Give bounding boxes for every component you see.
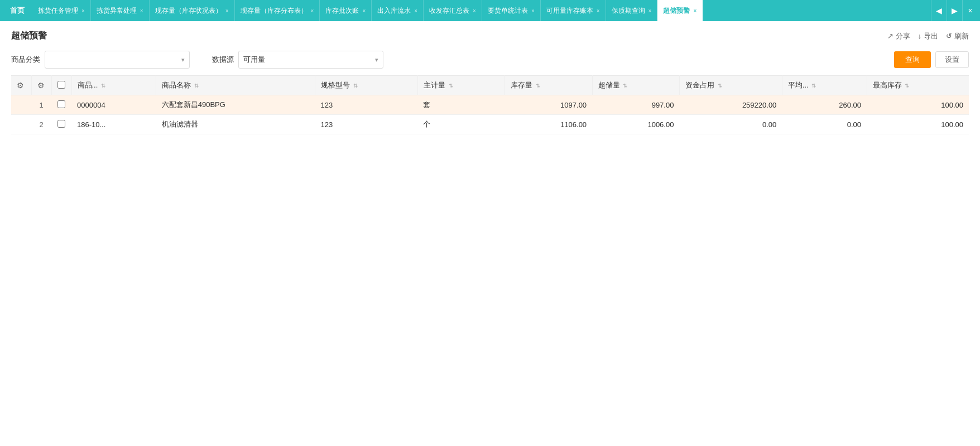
row-product-name: 机油滤清器 [156, 115, 315, 134]
row-product-name: 六配套新昌490BPG [156, 95, 315, 115]
export-label: 导出 [924, 31, 938, 41]
data-source-label: 数据源 [212, 55, 234, 65]
nav-prev-button[interactable]: ◀ [931, 0, 947, 21]
col-header-stock: 库存量 ⇅ [505, 76, 592, 95]
table-row: 1 0000004 六配套新昌490BPG 123 套 1097.00 997.… [11, 95, 969, 115]
sort-icon-capital[interactable]: ⇅ [718, 83, 722, 89]
tab-close-icon[interactable]: × [140, 8, 143, 14]
tab-label: 拣货异常处理 [97, 6, 137, 16]
chevron-down-icon-2: ▾ [375, 56, 378, 64]
page-title: 超储预警 [11, 30, 47, 42]
sort-icon-spec[interactable]: ⇅ [353, 83, 358, 89]
filter-row-1: 商品分类 ▾ 数据源 可用量 ▾ 查询 设置 [11, 51, 969, 69]
sort-icon-product-code[interactable]: ⇅ [101, 83, 105, 89]
sort-icon-overstock[interactable]: ⇅ [623, 83, 627, 89]
row-number: 2 [31, 115, 51, 134]
tab-close-icon[interactable]: × [473, 8, 476, 14]
sort-icon-max-stock[interactable]: ⇅ [905, 83, 909, 89]
data-source-filter: 数据源 可用量 ▾ [212, 51, 383, 69]
nav-tab-tab-1[interactable]: 拣货任务管理× [32, 0, 91, 21]
gear-icon[interactable]: ⚙ [17, 81, 24, 90]
nav-home[interactable]: 首页 [2, 6, 32, 16]
row-unit: 套 [417, 95, 505, 115]
tab-close-icon[interactable]: × [311, 8, 314, 14]
nav-tab-tab-2[interactable]: 拣货异常处理× [91, 0, 150, 21]
nav-tab-tab-11[interactable]: 超储预警× [657, 0, 703, 21]
nav-tab-tab-10[interactable]: 保质期查询× [606, 0, 658, 21]
tab-label: 出入库流水 [377, 6, 411, 16]
chevron-down-icon: ▾ [181, 56, 185, 64]
product-category-label: 商品分类 [11, 55, 40, 65]
nav-tab-tab-9[interactable]: 可用量库存账本× [541, 0, 606, 21]
table-header: ⚙ ⚙ 商品... ⇅ 商品名称 ⇅ 规格型号 ⇅ [11, 76, 969, 95]
tab-close-icon[interactable]: × [414, 8, 417, 14]
nav-tab-tab-4[interactable]: 现存量（库存分布表）× [235, 0, 320, 21]
row-avg: 0.00 [782, 115, 867, 134]
sort-icon-stock[interactable]: ⇅ [536, 83, 540, 89]
row-overstock: 997.00 [592, 95, 679, 115]
tab-close-icon[interactable]: × [81, 8, 85, 14]
tab-label: 超储预警 [663, 6, 690, 16]
select-all-checkbox[interactable] [57, 81, 65, 89]
share-icon: ↗ [887, 32, 893, 40]
row-spec: 123 [315, 115, 418, 134]
export-button[interactable]: ↓ 导出 [918, 31, 939, 41]
tab-close-icon[interactable]: × [693, 8, 696, 14]
tab-label: 现存量（库存分布表） [241, 6, 308, 16]
gear-icon[interactable]: ⚙ [37, 81, 45, 90]
tab-close-icon[interactable]: × [648, 8, 652, 14]
product-category-select[interactable]: ▾ [45, 51, 190, 69]
row-checkbox[interactable] [57, 100, 65, 108]
row-capital: 259220.00 [679, 95, 782, 115]
table-row: 2 186-10... 机油滤清器 123 个 1106.00 1006.00 … [11, 115, 969, 134]
row-gear-cell [11, 95, 31, 115]
row-avg: 260.00 [782, 95, 867, 115]
col-header-overstock: 超储量 ⇅ [592, 76, 679, 95]
nav-tab-tab-7[interactable]: 收发存汇总表× [424, 0, 482, 21]
tab-close-icon[interactable]: × [531, 8, 535, 14]
nav-tab-tab-3[interactable]: 现存量（库存状况表）× [150, 0, 235, 21]
settings-button[interactable]: 设置 [935, 51, 969, 68]
table-header-row: ⚙ ⚙ 商品... ⇅ 商品名称 ⇅ 规格型号 ⇅ [11, 76, 969, 95]
sort-icon-product-name[interactable]: ⇅ [194, 83, 199, 89]
share-label: 分享 [896, 31, 910, 41]
top-navigation: 首页 拣货任务管理×拣货异常处理×现存量（库存状况表）×现存量（库存分布表）×库… [0, 0, 980, 21]
query-button[interactable]: 查询 [894, 51, 931, 68]
nav-tab-tab-5[interactable]: 库存批次账× [320, 0, 372, 21]
share-button[interactable]: ↗ 分享 [887, 31, 910, 41]
data-source-select[interactable]: 可用量 ▾ [238, 51, 383, 69]
row-capital: 0.00 [679, 115, 782, 134]
sort-icon-unit[interactable]: ⇅ [449, 83, 453, 89]
refresh-button[interactable]: ↺ 刷新 [946, 31, 969, 41]
sort-icon-avg[interactable]: ⇅ [811, 83, 816, 89]
nav-tab-tab-8[interactable]: 要货单统计表× [482, 0, 541, 21]
tab-close-icon[interactable]: × [362, 8, 366, 14]
nav-next-button[interactable]: ▶ [947, 0, 962, 21]
row-product-code: 186-10... [71, 115, 156, 134]
row-number: 1 [31, 95, 51, 115]
tab-label: 保质期查询 [612, 6, 645, 16]
tab-close-icon[interactable]: × [225, 8, 229, 14]
filter-buttons: 查询 设置 [894, 51, 969, 68]
data-source-value: 可用量 [243, 55, 265, 65]
nav-tabs: 拣货任务管理×拣货异常处理×现存量（库存状况表）×现存量（库存分布表）×库存批次… [32, 0, 703, 21]
tab-close-icon[interactable]: × [597, 8, 600, 14]
data-table: ⚙ ⚙ 商品... ⇅ 商品名称 ⇅ 规格型号 ⇅ [11, 75, 969, 134]
refresh-label: 刷新 [954, 31, 969, 41]
col-header-product-code: 商品... ⇅ [71, 76, 156, 95]
row-checkbox-cell [51, 95, 71, 115]
col-header-product-name: 商品名称 ⇅ [156, 76, 315, 95]
tab-label: 现存量（库存状况表） [155, 6, 222, 16]
col-header-unit: 主计量 ⇅ [417, 76, 505, 95]
col-header-capital: 资金占用 ⇅ [679, 76, 782, 95]
page-header: 超储预警 ↗ 分享 ↓ 导出 ↺ 刷新 [11, 30, 969, 42]
row-stock: 1106.00 [505, 115, 592, 134]
col-header-gear: ⚙ [11, 76, 31, 95]
nav-tab-tab-6[interactable]: 出入库流水× [372, 0, 424, 21]
refresh-icon: ↺ [946, 32, 952, 40]
nav-close-button[interactable]: × [962, 0, 978, 21]
row-overstock: 1006.00 [592, 115, 679, 134]
header-actions: ↗ 分享 ↓ 导出 ↺ 刷新 [887, 31, 969, 41]
row-checkbox[interactable] [57, 120, 65, 128]
tab-label: 库存批次账 [325, 6, 359, 16]
